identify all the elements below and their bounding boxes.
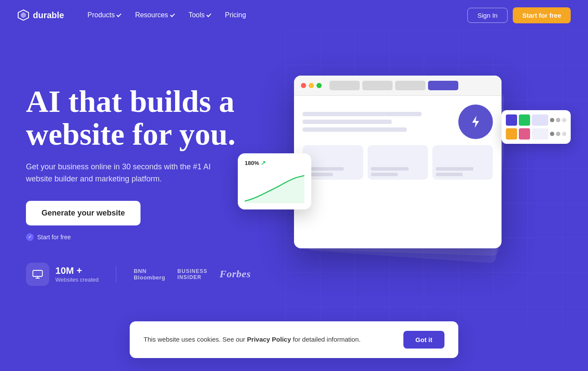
start-free-hint: ✓ Start for free <box>26 233 268 241</box>
palette-swatch-light2 <box>532 128 548 140</box>
bloomberg-logo: BNNBloomberg <box>134 268 165 281</box>
browser-tab-active <box>428 81 458 90</box>
browser-content <box>294 96 502 188</box>
hero-visual: 180% ↗ <box>268 67 562 304</box>
start-free-nav-button[interactable]: Start for free <box>513 7 571 23</box>
hero-title: AI that builds a website for you. <box>26 86 268 151</box>
browser-hero-area <box>303 105 493 139</box>
nav-tools[interactable]: Tools <box>182 8 217 22</box>
hero-section: AI that builds a website for you. Get yo… <box>0 30 588 333</box>
svg-rect-0 <box>33 270 42 276</box>
hero-content: AI that builds a website for you. Get yo… <box>26 86 268 286</box>
browser-card-3 <box>432 145 493 180</box>
palette-dot <box>562 118 566 122</box>
divider <box>116 266 116 283</box>
card-line <box>436 173 463 176</box>
browser-tab <box>329 81 360 90</box>
stat-block: 10M + Websites created <box>26 263 99 286</box>
monitor-icon <box>32 269 43 280</box>
logo[interactable]: durable <box>17 9 64 21</box>
browser-text-lines <box>303 112 451 132</box>
text-line <box>303 120 392 124</box>
nav-resources[interactable]: Resources <box>129 8 180 22</box>
browser-dots <box>301 83 322 88</box>
forbes-logo: Forbes <box>220 268 251 280</box>
palette-swatch-light <box>532 114 548 126</box>
browser-tab <box>362 81 393 90</box>
browser-card-1 <box>303 145 363 180</box>
palette-row-2 <box>506 128 566 140</box>
text-line <box>303 127 407 132</box>
nav-links: Products Resources Tools Pricing <box>81 8 467 22</box>
palette-dot <box>550 118 554 122</box>
floating-palette <box>502 110 571 144</box>
browser-tab <box>395 81 425 90</box>
nav-actions: Sign In Start for free <box>467 7 571 23</box>
generate-website-button[interactable]: Generate your website <box>26 201 141 225</box>
nav-pricing[interactable]: Pricing <box>219 8 252 22</box>
brand-name: durable <box>33 10 64 20</box>
stat-number: 10M + <box>55 265 99 276</box>
stat-label: Websites created <box>55 276 99 283</box>
press-logos: BNNBloomberg BUSINESSINSIDER Forbes <box>134 268 251 281</box>
got-it-button[interactable]: Got it <box>403 331 444 349</box>
browser-cards <box>303 145 493 180</box>
browser-tabs <box>329 81 458 90</box>
chevron-down-icon <box>117 12 121 17</box>
dot-yellow <box>309 83 314 88</box>
chevron-down-icon <box>170 12 175 17</box>
palette-swatch-orange <box>506 128 517 140</box>
palette-dot <box>556 118 560 122</box>
monitor-icon-wrap <box>26 263 49 286</box>
text-line <box>303 112 422 116</box>
palette-swatch-pink <box>519 128 530 140</box>
signin-button[interactable]: Sign In <box>467 8 508 23</box>
card-line <box>436 167 473 171</box>
privacy-policy-link[interactable]: Privacy Policy <box>247 336 291 343</box>
check-icon: ✓ <box>26 233 34 241</box>
logo-icon <box>17 9 29 21</box>
hero-subtitle: Get your business online in 30 seconds w… <box>26 161 216 185</box>
cookie-text: This website uses cookies. See our Priva… <box>144 335 393 345</box>
dot-green <box>316 83 322 88</box>
card-line <box>371 173 398 176</box>
chevron-down-icon <box>207 12 211 17</box>
cookie-banner: This website uses cookies. See our Priva… <box>130 321 458 358</box>
browser-card-2 <box>368 145 428 180</box>
stat-text: 10M + Websites created <box>55 265 99 283</box>
palette-swatch-green <box>519 114 530 126</box>
card-line <box>371 167 409 171</box>
palette-row-1 <box>506 114 566 126</box>
palette-dot <box>550 132 554 136</box>
palette-swatch-purple <box>506 114 517 126</box>
dot-red <box>301 83 306 88</box>
card-line <box>306 167 344 171</box>
browser-topbar <box>294 76 502 96</box>
business-insider-logo: BUSINESSINSIDER <box>177 268 207 280</box>
browser-mockup <box>294 76 502 248</box>
palette-dot <box>556 132 560 136</box>
nav-products[interactable]: Products <box>81 8 127 22</box>
navigation: durable Products Resources Tools Pricing… <box>0 0 588 30</box>
lightning-icon <box>468 114 483 130</box>
lightning-circle <box>458 105 493 139</box>
palette-dot <box>562 132 566 136</box>
hero-bottom: 10M + Websites created BNNBloomberg BUSI… <box>26 263 268 286</box>
